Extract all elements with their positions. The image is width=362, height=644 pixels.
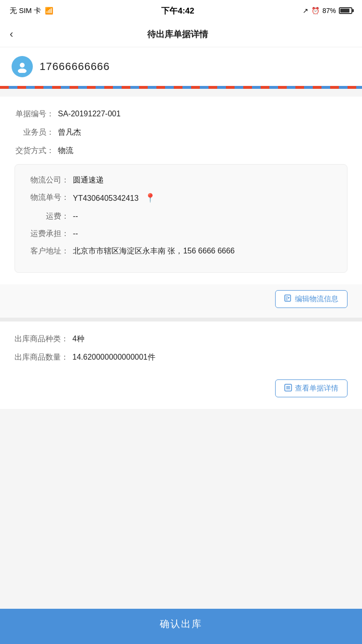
detail-icon	[284, 384, 292, 393]
goods-quantity-row: 出库商品数量： 14.620000000000001件	[14, 351, 348, 363]
logistics-company-value: 圆通速递	[73, 174, 333, 186]
delivery-method-value: 物流	[58, 145, 348, 156]
customer-phone: 17666666666	[40, 60, 110, 73]
dashed-divider	[0, 86, 362, 89]
location-icon: ↗	[303, 7, 308, 14]
freight-bearer-row: 运费承担： --	[29, 228, 333, 239]
freight-row: 运费： --	[29, 210, 333, 222]
goods-type-row: 出库商品种类： 4种	[14, 333, 348, 345]
wifi-icon: 📶	[45, 7, 53, 14]
goods-type-label: 出库商品种类：	[14, 333, 72, 345]
edit-logistics-button[interactable]: 编辑物流信息	[275, 290, 348, 308]
section-separator	[0, 318, 362, 322]
view-detail-label: 查看单据详情	[295, 384, 338, 393]
confirm-area: 确认出库	[0, 609, 362, 644]
document-no-label: 单据编号：	[14, 108, 58, 120]
goods-quantity-label: 出库商品数量：	[14, 351, 72, 363]
freight-value: --	[73, 210, 333, 222]
view-detail-button[interactable]: 查看单据详情	[275, 379, 348, 397]
sales-person-value: 曾凡杰	[58, 126, 348, 138]
avatar	[12, 56, 33, 77]
edit-logistics-label: 编辑物流信息	[295, 294, 338, 304]
nav-bar: ‹ 待出库单据详情	[0, 21, 362, 47]
goods-type-value: 4种	[72, 333, 348, 345]
freight-bearer-label: 运费承担：	[29, 228, 73, 239]
logistics-card: 物流公司： 圆通速递 物流单号： YT4306405342413 📍 运费： -…	[14, 164, 348, 273]
document-no-row: 单据编号： SA-20191227-001	[14, 108, 348, 120]
order-info-section: 单据编号： SA-20191227-001 业务员： 曾凡杰 交货方式： 物流 …	[0, 97, 362, 284]
address-value: 北京市市辖区海淀区永丰南 张，156 6666 6666	[73, 245, 333, 257]
location-track-icon[interactable]: 📍	[145, 193, 155, 203]
document-no-value: SA-20191227-001	[58, 108, 348, 120]
delivery-method-label: 交货方式：	[14, 145, 58, 156]
confirm-button[interactable]: 确认出库	[0, 617, 362, 630]
address-label: 客户地址：	[29, 245, 73, 257]
status-bar: 无 SIM 卡 📶 下午4:42 ↗ ⏰ 87%	[0, 0, 362, 21]
sales-person-row: 业务员： 曾凡杰	[14, 126, 348, 138]
logistics-company-row: 物流公司： 圆通速递	[29, 174, 333, 186]
carrier-label: 无 SIM 卡	[10, 6, 41, 15]
back-button[interactable]: ‹	[10, 25, 17, 43]
freight-label: 运费：	[29, 210, 73, 222]
battery-percent: 87%	[322, 7, 336, 14]
edit-icon	[284, 294, 292, 304]
svg-point-1	[18, 69, 27, 73]
edit-logistics-row: 编辑物流信息	[0, 284, 362, 318]
svg-rect-2	[285, 295, 291, 301]
sales-person-label: 业务员：	[14, 126, 58, 138]
svg-point-0	[20, 63, 25, 68]
tracking-label: 物流单号：	[29, 192, 73, 203]
view-detail-row: 查看单据详情	[0, 375, 362, 409]
status-time: 下午4:42	[161, 5, 194, 16]
status-right: ↗ ⏰ 87%	[303, 7, 352, 14]
page-title: 待出库单据详情	[17, 28, 338, 40]
battery-icon	[339, 7, 352, 14]
bottom-spacer	[0, 409, 362, 467]
freight-bearer-value: --	[73, 228, 333, 239]
status-left: 无 SIM 卡 📶	[10, 6, 53, 15]
customer-row: 17666666666	[0, 47, 362, 86]
logistics-company-label: 物流公司：	[29, 174, 73, 186]
delivery-method-row: 交货方式： 物流	[14, 145, 348, 156]
tracking-value: YT4306405342413 📍	[73, 192, 333, 205]
tracking-number-row: 物流单号： YT4306405342413 📍	[29, 192, 333, 205]
goods-quantity-value: 14.620000000000001件	[72, 351, 348, 363]
address-row: 客户地址： 北京市市辖区海淀区永丰南 张，156 6666 6666	[29, 245, 333, 257]
goods-section: 出库商品种类： 4种 出库商品数量： 14.620000000000001件	[0, 322, 362, 375]
alarm-icon: ⏰	[311, 7, 320, 14]
